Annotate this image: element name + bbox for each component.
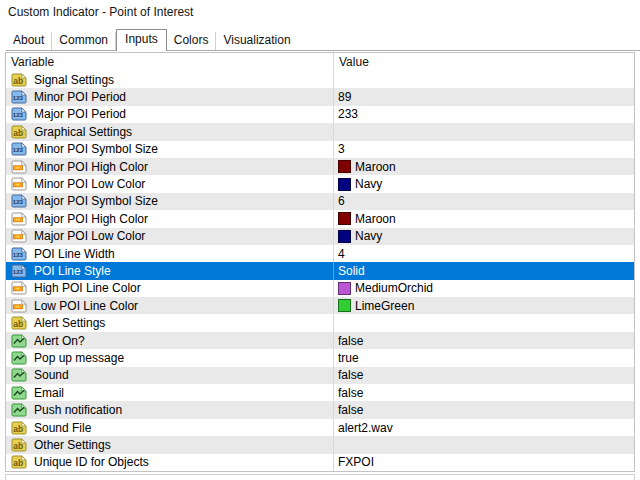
tab-inputs[interactable]: Inputs xyxy=(116,29,167,51)
color-swatch xyxy=(338,282,351,295)
value-cell[interactable]: 3 xyxy=(333,141,634,158)
table-row[interactable]: abSound Filealert2.wav xyxy=(6,419,634,436)
row-value: Navy xyxy=(355,229,382,243)
table-row[interactable]: Major POI Low ColorNavy xyxy=(6,228,634,245)
table-row[interactable]: abUnique ID for ObjectsFXPOI xyxy=(6,454,634,471)
bool-param-icon xyxy=(10,403,28,417)
table-row[interactable]: 123Major POI Period233 xyxy=(6,106,634,123)
row-value: false xyxy=(338,368,363,382)
value-cell[interactable]: false xyxy=(333,384,634,401)
inputs-table: Variable Value abSignal Settings123Minor… xyxy=(5,52,635,472)
number-param-icon: 123 xyxy=(10,142,28,156)
number-param-icon: 123 xyxy=(10,247,28,261)
row-label: Minor POI Period xyxy=(34,90,126,104)
table-row[interactable]: Pop up messagetrue xyxy=(6,349,634,366)
table-row[interactable]: abGraphical Settings xyxy=(6,123,634,140)
variable-cell: Minor POI Low Color xyxy=(6,175,333,192)
value-cell[interactable]: false xyxy=(333,332,634,349)
variable-cell: Low POI Line Color xyxy=(6,297,333,314)
text-param-icon: ab xyxy=(10,73,28,87)
row-label: Minor POI High Color xyxy=(34,160,148,174)
table-row[interactable]: 123Minor POI Symbol Size3 xyxy=(6,141,634,158)
table-row[interactable]: 123POI Line StyleSolid xyxy=(6,262,634,279)
svg-text:123: 123 xyxy=(13,95,24,101)
variable-cell: Major POI High Color xyxy=(6,210,333,227)
table-row[interactable]: 123POI Line Width4 xyxy=(6,245,634,262)
tab-about[interactable]: About xyxy=(6,32,52,50)
row-value: false xyxy=(338,403,363,417)
value-cell[interactable]: 4 xyxy=(333,245,634,262)
variable-cell: Push notification xyxy=(6,401,333,418)
color-param-icon xyxy=(10,229,28,243)
table-row[interactable]: 123Major POI Symbol Size6 xyxy=(6,193,634,210)
value-cell[interactable]: false xyxy=(333,401,634,418)
color-param-icon xyxy=(10,160,28,174)
value-cell[interactable]: true xyxy=(333,349,634,366)
text-param-icon: ab xyxy=(10,125,28,139)
row-label: Sound File xyxy=(34,421,91,435)
value-cell[interactable]: Maroon xyxy=(333,158,634,175)
row-label: Major POI Symbol Size xyxy=(34,194,158,208)
row-label: Major POI Low Color xyxy=(34,229,145,243)
row-value: FXPOI xyxy=(338,455,374,469)
value-cell[interactable]: alert2.wav xyxy=(333,419,634,436)
row-value: Maroon xyxy=(355,212,396,226)
value-cell[interactable]: Maroon xyxy=(333,210,634,227)
variable-cell: abAlert Settings xyxy=(6,314,333,331)
tab-common[interactable]: Common xyxy=(52,32,116,50)
row-label: Signal Settings xyxy=(34,73,114,87)
table-row[interactable]: Emailfalse xyxy=(6,384,634,401)
svg-text:ab: ab xyxy=(13,440,23,450)
value-cell[interactable]: 233 xyxy=(333,106,634,123)
value-cell[interactable] xyxy=(333,71,634,88)
table-row[interactable]: abSignal Settings xyxy=(6,71,634,88)
row-value: 233 xyxy=(338,107,358,121)
row-label: Major POI High Color xyxy=(34,212,148,226)
value-cell[interactable]: 6 xyxy=(333,193,634,210)
row-value: false xyxy=(338,334,363,348)
value-cell[interactable]: false xyxy=(333,367,634,384)
value-cell[interactable]: Navy xyxy=(333,175,634,192)
text-param-icon: ab xyxy=(10,438,28,452)
value-cell[interactable]: 89 xyxy=(333,88,634,105)
table-row[interactable]: Major POI High ColorMaroon xyxy=(6,210,634,227)
table-row[interactable]: abAlert Settings xyxy=(6,314,634,331)
row-value: alert2.wav xyxy=(338,421,393,435)
variable-cell: abOther Settings xyxy=(6,436,333,453)
column-header-value[interactable]: Value xyxy=(333,53,634,71)
table-row[interactable]: 123Minor POI Period89 xyxy=(6,88,634,105)
value-cell[interactable]: Solid xyxy=(333,262,634,279)
value-cell[interactable] xyxy=(333,436,634,453)
tab-colors[interactable]: Colors xyxy=(167,32,217,50)
column-header-variable[interactable]: Variable xyxy=(6,53,333,71)
bool-param-icon xyxy=(10,334,28,348)
table-row[interactable]: Alert On?false xyxy=(6,332,634,349)
table-row[interactable]: Minor POI High ColorMaroon xyxy=(6,158,634,175)
value-cell[interactable]: Navy xyxy=(333,228,634,245)
variable-cell: Alert On? xyxy=(6,332,333,349)
table-row[interactable]: Push notificationfalse xyxy=(6,401,634,418)
table-row[interactable]: Minor POI Low ColorNavy xyxy=(6,175,634,192)
color-param-icon xyxy=(10,299,28,313)
variable-cell: abSignal Settings xyxy=(6,71,333,88)
value-cell[interactable] xyxy=(333,123,634,140)
svg-text:ab: ab xyxy=(13,75,23,85)
number-param-icon: 123 xyxy=(10,90,28,104)
row-label: Other Settings xyxy=(34,438,111,452)
tab-visualization[interactable]: Visualization xyxy=(216,32,297,50)
value-cell[interactable] xyxy=(333,314,634,331)
table-row[interactable]: abOther Settings xyxy=(6,436,634,453)
table-row[interactable]: Low POI Line ColorLimeGreen xyxy=(6,297,634,314)
variable-cell: 123Major POI Period xyxy=(6,106,333,123)
value-cell[interactable]: FXPOI xyxy=(333,454,634,471)
text-param-icon: ab xyxy=(10,316,28,330)
value-cell[interactable]: MediumOrchid xyxy=(333,280,634,297)
table-row[interactable]: Soundfalse xyxy=(6,367,634,384)
row-label: Unique ID for Objects xyxy=(34,455,149,469)
value-cell[interactable]: LimeGreen xyxy=(333,297,634,314)
row-value: false xyxy=(338,386,363,400)
table-row[interactable]: High POI Line ColorMediumOrchid xyxy=(6,280,634,297)
row-value: Navy xyxy=(355,177,382,191)
row-label: Alert Settings xyxy=(34,316,105,330)
row-value: LimeGreen xyxy=(355,299,414,313)
